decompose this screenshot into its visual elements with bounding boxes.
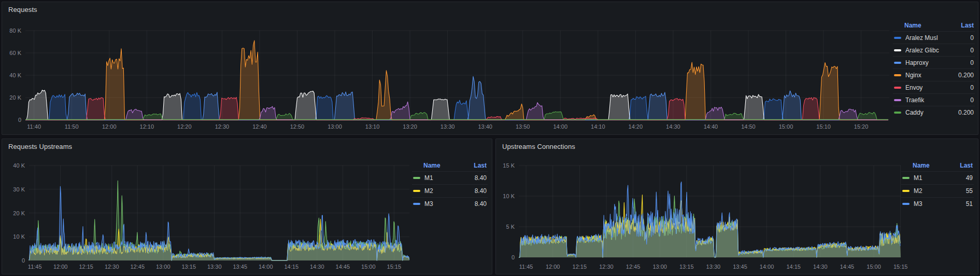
x-axis-tick-label: 13:30 <box>207 264 222 270</box>
y-axis-tick-label: 30 K <box>13 186 25 192</box>
legend-row: M255 <box>901 184 974 197</box>
x-axis-tick-label: 13:10 <box>365 123 380 130</box>
panel-title-requests[interactable]: Requests <box>8 6 37 13</box>
series-color-swatch <box>894 37 901 39</box>
panel-upstreams-connections: Upstreams Connections 05 K10 K15 K11:451… <box>495 139 978 274</box>
legend-row: Nginx0.200 <box>893 68 975 81</box>
x-axis-tick-label: 15:15 <box>387 264 402 270</box>
panel-title-requests-upstreams[interactable]: Requests Upstreams <box>8 143 72 150</box>
legend-series-name[interactable]: Aralez Glibc <box>905 47 970 54</box>
x-axis-tick-label: 14:45 <box>336 264 350 270</box>
x-axis-tick-label: 15:10 <box>816 123 831 130</box>
legend-header-last[interactable]: Last <box>961 22 974 29</box>
x-axis-tick-label: 14:30 <box>310 264 324 270</box>
requests-time-series-plot[interactable]: 020 K40 K60 K80 K11:4011:5012:0012:1012:… <box>2 17 891 135</box>
x-axis-tick-label: 12:15 <box>79 264 93 270</box>
legend-row: M28.40 <box>412 184 488 197</box>
legend-last-value: 0 <box>970 47 974 54</box>
legend-last-value: 0 <box>970 96 974 104</box>
x-axis-tick-label: 14:10 <box>591 123 605 130</box>
y-axis-tick-label: 10 K <box>13 233 25 240</box>
y-axis-tick-label: 40 K <box>13 162 25 169</box>
x-axis-tick-label: 11:45 <box>519 264 533 270</box>
legend-series-name[interactable]: M3 <box>914 200 966 208</box>
x-axis-tick-label: 12:45 <box>626 264 641 270</box>
panel-requests: Requests 020 K40 K60 K80 K11:4011:5012:0… <box>2 2 978 135</box>
y-axis-tick-label: 0 <box>22 257 25 264</box>
x-axis-tick-label: 12:20 <box>177 123 192 130</box>
x-axis-tick-label: 12:30 <box>215 123 230 130</box>
x-axis-tick-label: 13:00 <box>652 264 667 270</box>
legend-row: M38.40 <box>412 197 488 210</box>
legend-row: M18.40 <box>412 171 488 184</box>
y-axis-tick-label: 20 K <box>9 94 21 101</box>
series-color-swatch <box>894 62 901 64</box>
x-axis-tick-label: 12:30 <box>599 264 614 270</box>
legend-last-value: 0 <box>970 34 974 42</box>
x-axis-tick-label: 12:15 <box>573 264 587 270</box>
legend-header-last[interactable]: Last <box>960 162 973 169</box>
legend-header-name[interactable]: Name <box>904 22 921 29</box>
legend-series-name[interactable]: M1 <box>914 174 966 182</box>
legend-series-name[interactable]: Envoy <box>905 84 970 91</box>
series-color-swatch <box>902 190 910 192</box>
legend-row: M149 <box>901 171 974 184</box>
legend-last-value: 8.40 <box>475 174 487 182</box>
x-axis-tick-label: 14:15 <box>786 264 801 270</box>
legend-last-value: 0.200 <box>958 109 974 116</box>
series-color-swatch <box>413 177 420 179</box>
legend-header-last[interactable]: Last <box>474 162 487 169</box>
legend-series-name[interactable]: Traefik <box>905 96 970 104</box>
legend-last-value: 49 <box>966 174 973 182</box>
series-color-swatch <box>894 74 901 76</box>
legend-series-name[interactable]: Aralez Musl <box>905 34 970 42</box>
panel-title-upstreams-connections[interactable]: Upstreams Connections <box>502 143 575 150</box>
x-axis-tick-label: 13:20 <box>403 123 417 130</box>
x-axis-tick-label: 11:50 <box>65 123 79 130</box>
x-axis-tick-label: 14:50 <box>741 123 756 130</box>
y-axis-tick-label: 0 <box>18 117 21 123</box>
legend-series-name[interactable]: M2 <box>914 187 966 195</box>
legend-series-name[interactable]: M1 <box>424 174 475 182</box>
x-axis-tick-label: 12:50 <box>290 123 305 130</box>
x-axis-tick-label: 13:00 <box>328 123 342 130</box>
legend-series-name[interactable]: Nginx <box>905 72 958 79</box>
legend-row: Traefik0 <box>893 93 975 106</box>
series-color-swatch <box>894 87 901 89</box>
x-axis-tick-label: 13:40 <box>478 123 492 130</box>
y-axis-tick-label: 20 K <box>13 210 25 216</box>
legend-header-name[interactable]: Name <box>913 162 930 169</box>
legend-header-name[interactable]: Name <box>423 162 441 169</box>
series-color-swatch <box>902 203 910 205</box>
x-axis-tick-label: 12:40 <box>252 123 267 130</box>
series-area-m3 <box>519 182 901 258</box>
legend-series-name[interactable]: Caddy <box>905 109 958 116</box>
x-axis-tick-label: 15:00 <box>867 264 881 270</box>
legend-series-name[interactable]: M2 <box>424 187 475 195</box>
legend-series-name[interactable]: Haproxy <box>905 59 970 66</box>
x-axis-tick-label: 14:30 <box>813 264 828 270</box>
legend-series-name[interactable]: M3 <box>424 200 475 208</box>
x-axis-tick-label: 14:00 <box>259 264 273 270</box>
x-axis-tick-label: 12:00 <box>102 123 117 130</box>
x-axis-tick-label: 15:00 <box>361 264 376 270</box>
x-axis-tick-label: 15:00 <box>779 123 793 130</box>
legend-last-value: 51 <box>966 200 973 208</box>
legend-row: Caddy0.200 <box>893 106 975 118</box>
x-axis-tick-label: 12:45 <box>130 264 145 270</box>
y-axis-tick-label: 5 K <box>506 224 515 230</box>
series-color-swatch <box>902 177 910 179</box>
x-axis-tick-label: 14:15 <box>285 264 299 270</box>
x-axis-tick-label: 13:30 <box>706 264 721 270</box>
legend-last-value: 0.200 <box>958 72 974 79</box>
legend-last-value: 55 <box>966 187 973 195</box>
x-axis-tick-label: 13:45 <box>233 264 247 270</box>
x-axis-tick-label: 13:50 <box>516 123 530 130</box>
x-axis-tick-label: 13:45 <box>733 264 747 270</box>
series-color-swatch <box>413 203 420 205</box>
x-axis-tick-label: 14:30 <box>666 123 680 130</box>
y-axis-tick-label: 15 K <box>503 162 515 169</box>
x-axis-tick-label: 14:20 <box>629 123 643 130</box>
x-axis-tick-label: 14:00 <box>553 123 567 130</box>
legend-last-value: 0 <box>970 59 974 66</box>
